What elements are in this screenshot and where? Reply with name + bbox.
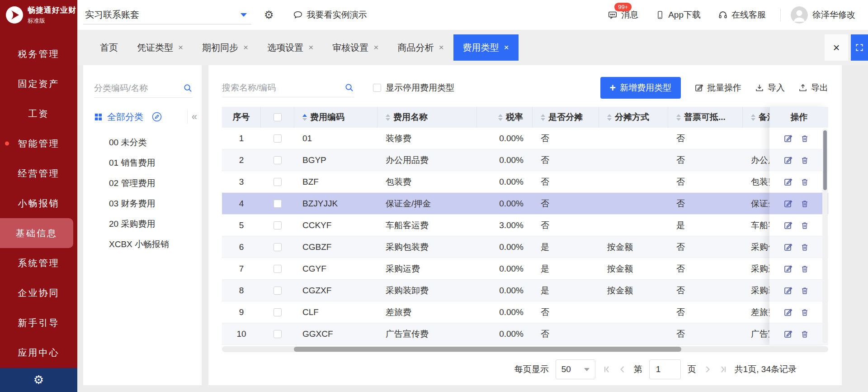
table-row[interactable]: 8CGZXF采购装卸费0.00%是按金额否采购装 (222, 280, 828, 301)
support-button[interactable]: 在线客服 (718, 9, 766, 21)
sidebar-settings[interactable]: ⚙ (0, 368, 77, 392)
tab[interactable]: 首页 (90, 34, 127, 61)
edit-row-button[interactable] (783, 286, 793, 295)
category-item[interactable]: XCBX 小畅报销 (83, 234, 202, 254)
delete-row-button[interactable] (801, 199, 809, 208)
horizontal-scrollbar[interactable] (222, 346, 828, 352)
header-name[interactable]: 费用名称 (377, 107, 477, 128)
edit-row-button[interactable] (783, 264, 793, 273)
show-disabled-checkbox[interactable] (373, 84, 381, 92)
tab-close-icon[interactable]: × (504, 43, 509, 53)
table-row[interactable]: 10GGXCF广告宣传费0.00%否否广告宣 (222, 323, 828, 345)
table-row[interactable]: 7CGYF采购运费0.00%是按金额否采购运 (222, 258, 828, 280)
table-row[interactable]: 2BGYP办公用品费0.00%否否办公用 (222, 149, 828, 171)
app-download-button[interactable]: App下载 (656, 9, 701, 21)
tab[interactable]: 商品分析× (388, 34, 453, 61)
header-rate[interactable]: 税率 (477, 107, 533, 128)
header-deduct[interactable]: 普票可抵... (668, 107, 743, 128)
delete-row-button[interactable] (801, 330, 809, 339)
category-item[interactable]: 01 销售费用 (83, 153, 202, 173)
prev-page-button[interactable] (618, 365, 627, 374)
delete-row-button[interactable] (801, 177, 809, 186)
tab[interactable]: 选项设置× (258, 34, 323, 61)
avatar[interactable] (791, 6, 808, 24)
table-row[interactable]: 9CLF差旅费0.00%否否差旅费 (222, 301, 828, 323)
export-button[interactable]: 导出 (798, 82, 828, 94)
edit-row-button[interactable] (783, 221, 793, 230)
category-item[interactable]: 20 采购费用 (83, 214, 202, 234)
row-checkbox[interactable] (274, 221, 282, 229)
header-code[interactable]: 费用编码 (294, 107, 377, 128)
row-checkbox[interactable] (274, 156, 282, 164)
sidebar-item[interactable]: 固定资产 (0, 69, 77, 99)
row-checkbox[interactable] (274, 287, 282, 295)
account-select[interactable]: 实习联系账套 (83, 5, 251, 24)
edit-categories-icon[interactable] (151, 111, 162, 122)
page-input[interactable] (649, 359, 681, 379)
sidebar-item[interactable]: 企业协同 (0, 278, 77, 308)
table-row[interactable]: 101装修费0.00%否否 (222, 128, 828, 149)
delete-row-button[interactable] (801, 134, 809, 143)
row-checkbox[interactable] (274, 243, 282, 251)
sidebar-item[interactable]: 新手引导 (0, 308, 77, 338)
header-share[interactable]: 是否分摊 (533, 107, 599, 128)
batch-actions-button[interactable]: 批量操作 (694, 82, 741, 94)
sort-icon[interactable] (302, 114, 307, 121)
tab-close-icon[interactable]: × (308, 43, 313, 53)
row-checkbox[interactable] (274, 134, 282, 143)
category-item[interactable]: 02 管理费用 (83, 173, 202, 193)
sidebar-item[interactable]: 税务管理 (0, 39, 77, 69)
per-page-select[interactable]: 50 (556, 359, 595, 379)
category-root-label[interactable]: 全部分类 (107, 111, 143, 123)
demo-link[interactable]: 我要看实例演示 (293, 9, 367, 21)
sidebar-item[interactable]: 智能管理 (0, 129, 77, 158)
header-method[interactable]: 分摊方式 (599, 107, 668, 128)
vertical-scrollbar-thumb[interactable] (823, 130, 827, 190)
tab-close-icon[interactable]: × (178, 43, 183, 53)
category-item[interactable]: 03 财务费用 (83, 193, 202, 214)
edit-row-button[interactable] (783, 243, 793, 252)
delete-row-button[interactable] (801, 308, 809, 317)
tab[interactable]: 凭证类型× (127, 34, 193, 61)
table-row[interactable]: 6CGBZF采购包装费0.00%是按金额否采购包 (222, 236, 828, 258)
sort-icon[interactable] (676, 114, 681, 121)
vertical-scrollbar[interactable] (822, 129, 828, 344)
delete-row-button[interactable] (801, 221, 809, 230)
row-checkbox[interactable] (274, 330, 282, 338)
close-all-tabs-button[interactable]: × (825, 34, 848, 61)
tab-close-icon[interactable]: × (373, 43, 378, 53)
import-button[interactable]: 导入 (755, 82, 785, 94)
edit-row-button[interactable] (783, 199, 793, 208)
messages-button[interactable]: 99+ 消息 (608, 9, 638, 21)
settings-gear-icon[interactable]: ⚙ (264, 9, 274, 21)
sidebar-item[interactable]: 应用中心 (0, 338, 77, 368)
tab[interactable]: 审核设置× (323, 34, 388, 61)
edit-row-button[interactable] (783, 177, 793, 186)
sort-icon[interactable] (541, 114, 545, 121)
sort-icon[interactable] (607, 114, 612, 121)
row-checkbox[interactable] (274, 265, 282, 273)
table-row[interactable]: 4BZJYJJK保证金/押金0.00%否否保证金 (222, 193, 828, 215)
fullscreen-button[interactable] (851, 34, 868, 61)
table-row[interactable]: 5CCKYF车船客运费3.00%否是车船客 (222, 215, 828, 236)
search-icon[interactable] (344, 83, 354, 92)
row-checkbox[interactable] (274, 308, 282, 316)
tab-close-icon[interactable]: × (439, 43, 443, 53)
sidebar-item[interactable]: 经营管理 (0, 158, 77, 188)
add-fee-type-button[interactable]: + 新增费用类型 (600, 77, 681, 99)
next-page-button[interactable] (703, 365, 712, 374)
sidebar-item[interactable]: 工资 (0, 99, 77, 129)
search-icon[interactable] (183, 83, 193, 93)
collapse-panel-icon[interactable]: « (187, 110, 199, 124)
delete-row-button[interactable] (801, 243, 809, 252)
last-page-button[interactable] (719, 365, 728, 374)
delete-row-button[interactable] (801, 264, 809, 273)
select-all-checkbox[interactable] (274, 113, 282, 121)
sort-icon[interactable] (498, 114, 503, 121)
row-checkbox[interactable] (274, 200, 282, 208)
first-page-button[interactable] (602, 365, 611, 374)
sidebar-item[interactable]: 小畅报销 (0, 188, 77, 218)
table-search-input[interactable] (222, 83, 344, 93)
sidebar-item[interactable]: 系统管理 (0, 248, 77, 278)
show-disabled-toggle[interactable]: 显示停用费用类型 (373, 82, 454, 94)
